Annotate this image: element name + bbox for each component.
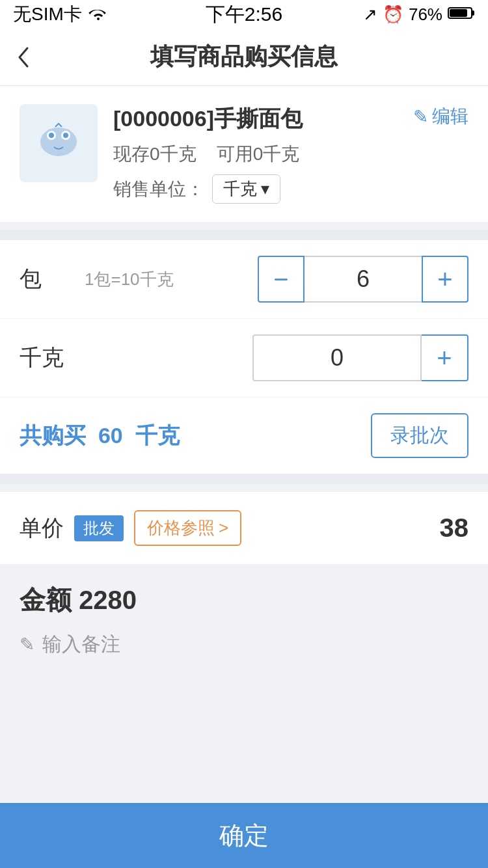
amount-row: 金额 2280 bbox=[20, 582, 468, 618]
pencil-icon: ✎ bbox=[20, 634, 34, 655]
amount-value: 2280 bbox=[79, 586, 137, 614]
amount-section: 金额 2280 ✎ 输入备注 bbox=[0, 564, 488, 676]
status-time: 下午2:56 bbox=[206, 1, 282, 28]
status-bar: 无SIM卡 下午2:56 ↗ ⏰ 76% bbox=[0, 0, 488, 29]
back-button[interactable] bbox=[16, 43, 34, 72]
product-unit: 销售单位： 千克 ▾ bbox=[113, 174, 468, 204]
price-row: 单价 批发 价格参照 > 38 bbox=[20, 510, 468, 546]
kg-label: 千克 bbox=[20, 343, 72, 373]
batch-button[interactable]: 录批次 bbox=[371, 413, 468, 458]
price-ref-button[interactable]: 价格参照 > bbox=[134, 510, 241, 546]
input-section: 包 1包=10千克 − + 千克 + bbox=[0, 240, 488, 398]
alarm-icon: ⏰ bbox=[383, 5, 403, 25]
nav-bar: 填写商品购买信息 bbox=[0, 29, 488, 86]
price-badge: 批发 bbox=[74, 515, 124, 541]
page-title: 填写商品购买信息 bbox=[150, 41, 338, 73]
confirm-bar[interactable]: 确定 bbox=[0, 803, 488, 868]
chevron-right-icon: > bbox=[219, 518, 228, 538]
package-plus-button[interactable]: + bbox=[422, 256, 468, 303]
package-quantity-input[interactable] bbox=[305, 256, 422, 303]
package-hint: 1包=10千克 bbox=[85, 268, 245, 291]
dropdown-icon: ▾ bbox=[261, 179, 269, 199]
edit-icon: ✎ bbox=[413, 106, 428, 128]
unit-select[interactable]: 千克 ▾ bbox=[212, 174, 280, 204]
confirm-button-label: 确定 bbox=[219, 819, 269, 852]
svg-point-8 bbox=[49, 133, 54, 138]
status-right: ↗ ⏰ 76% bbox=[363, 5, 475, 25]
price-section: 单价 批发 价格参照 > 38 bbox=[0, 492, 488, 564]
svg-point-9 bbox=[63, 133, 68, 138]
main-content: 填写商品购买信息 [0000006]手撕面包 bbox=[0, 29, 488, 868]
total-value: 60 bbox=[98, 423, 123, 448]
battery-icon bbox=[448, 5, 475, 25]
price-label: 单价 bbox=[20, 513, 64, 543]
svg-rect-1 bbox=[472, 10, 474, 16]
kg-plus-button[interactable]: + bbox=[422, 334, 468, 381]
total-row: 共购买 60 千克 录批次 bbox=[0, 398, 488, 474]
edit-button[interactable]: ✎ 编辑 bbox=[413, 104, 468, 129]
package-input-row: 包 1包=10千克 − + bbox=[0, 240, 488, 319]
price-value: 38 bbox=[440, 513, 469, 543]
product-logo-icon bbox=[36, 117, 81, 170]
wifi-icon bbox=[88, 4, 108, 25]
package-minus-button[interactable]: − bbox=[258, 256, 305, 303]
product-image bbox=[20, 104, 98, 182]
product-stock: 现存0千克 可用0千克 bbox=[113, 142, 468, 167]
carrier-label: 无SIM卡 bbox=[13, 2, 82, 27]
svg-rect-2 bbox=[450, 9, 467, 17]
battery-label: 76% bbox=[409, 5, 442, 25]
package-quantity-control: − + bbox=[258, 256, 468, 303]
location-icon: ↗ bbox=[363, 5, 377, 25]
kg-input-row: 千克 + bbox=[0, 319, 488, 398]
section-divider-1 bbox=[0, 230, 488, 240]
status-left: 无SIM卡 bbox=[13, 2, 108, 27]
product-card: [0000006]手撕面包 现存0千克 可用0千克 销售单位： 千克 ▾ ✎ 编… bbox=[0, 86, 488, 222]
remark-row[interactable]: ✎ 输入备注 bbox=[20, 631, 468, 658]
kg-quantity-input[interactable] bbox=[252, 334, 422, 381]
remark-placeholder: 输入备注 bbox=[42, 631, 120, 658]
svg-point-3 bbox=[40, 128, 77, 156]
section-divider-2 bbox=[0, 474, 488, 484]
total-text: 共购买 60 千克 bbox=[20, 421, 180, 451]
package-label: 包 bbox=[20, 264, 72, 294]
